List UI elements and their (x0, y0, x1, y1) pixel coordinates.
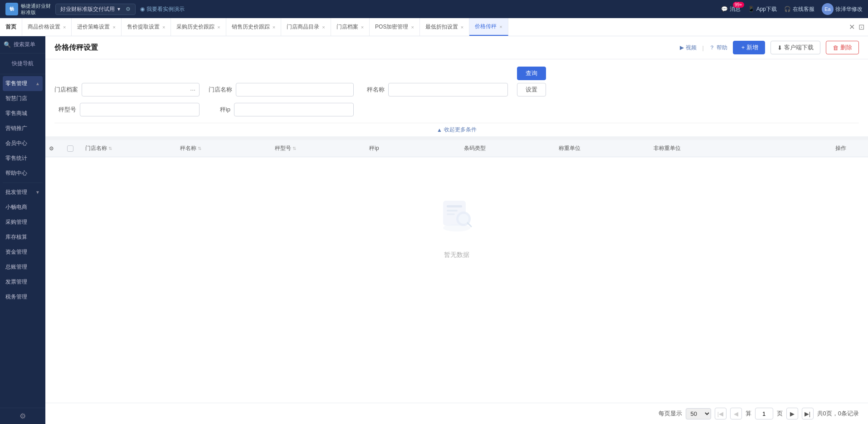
tab-price-scale-close[interactable]: × (499, 24, 502, 29)
sidebar-item-purchase[interactable]: 采购管理 (3, 215, 43, 230)
tab-min-discount-close[interactable]: × (461, 24, 463, 30)
tab-bar: 首页 商品价格设置 × 进价策略设置 × 售价提取设置 × 采购历史价跟踪 × … (0, 18, 868, 36)
tab-store-archive-close[interactable]: × (361, 24, 364, 30)
version-selector[interactable]: 好业财标准版交付试用 ▾ ⚙ (55, 4, 136, 15)
sidebar-item-retail-stats[interactable]: 零售统计 (3, 151, 43, 166)
th-barcode-type-label: 条码类型 (464, 145, 486, 152)
tab-sales-history-close[interactable]: × (273, 24, 275, 30)
sidebar-item-wholesale[interactable]: 批发管理 ▼ (3, 185, 43, 200)
search-icon: 🔍 (4, 41, 11, 48)
sidebar-item-help-label: 帮助中心 (5, 169, 27, 177)
th-store-name[interactable]: 门店名称 ⇅ (82, 140, 176, 157)
sidebar-item-member[interactable]: 会员中心 (3, 136, 43, 151)
logo-icon: 畅 (5, 3, 18, 15)
prev-page-button[interactable]: ◀ (730, 408, 742, 419)
play-icon: ▶ (680, 44, 684, 51)
sidebar-item-finance[interactable]: 资金管理 (3, 245, 43, 260)
tab-home[interactable]: 首页 (0, 18, 22, 36)
tab-purchase-strategy-close[interactable]: × (112, 24, 115, 30)
scale-model-input[interactable] (80, 103, 200, 116)
tab-purchase-history-close[interactable]: × (217, 24, 220, 30)
th-gear[interactable]: ⚙ (45, 141, 63, 156)
ellipsis-icon: ··· (190, 86, 195, 93)
page-number-input[interactable] (755, 408, 773, 419)
messages-badge: 99+ (733, 2, 744, 8)
gear-icon[interactable]: ⚙ (126, 6, 131, 12)
tab-price-scale[interactable]: 价格传秤 × (469, 18, 508, 36)
sort-store-name-icon: ⇅ (108, 146, 112, 151)
divider-1: | (702, 44, 703, 51)
app-download-button[interactable]: 📱 App下载 (748, 5, 777, 13)
setting-button[interactable]: 设置 (517, 83, 546, 96)
search-menu-button[interactable]: 🔍 搜索菜单 (0, 36, 45, 53)
th-scale-name-label: 秤名称 (180, 145, 196, 152)
maximize-tab-icon[interactable]: ⊡ (858, 23, 864, 31)
sort-scale-model-icon: ⇅ (293, 146, 296, 151)
online-service-label: 在线客服 (793, 5, 814, 13)
add-button[interactable]: + 新增 (733, 41, 765, 54)
sidebar-item-ecommerce[interactable]: 小畅电商 (3, 200, 43, 215)
scale-name-input[interactable] (388, 83, 508, 96)
scale-ip-input[interactable] (234, 103, 354, 116)
sidebar-item-inventory[interactable]: 库存核算 (3, 230, 43, 245)
tab-min-discount[interactable]: 最低折扣设置 × (420, 18, 469, 36)
tab-pos-encrypt-close[interactable]: × (411, 24, 414, 30)
tab-purchase-strategy[interactable]: 进价策略设置 × (72, 18, 121, 36)
tab-sale-extract-close[interactable]: × (162, 24, 165, 30)
online-service-button[interactable]: 🎧 在线客服 (784, 5, 814, 13)
last-page-button[interactable]: ▶| (802, 408, 814, 419)
next-page-button[interactable]: ▶ (786, 408, 798, 419)
sidebar-item-invoice[interactable]: 发票管理 (3, 275, 43, 289)
sidebar-item-tax[interactable]: 税务管理 (3, 289, 43, 304)
tab-store-catalog-close[interactable]: × (322, 24, 325, 30)
sort-scale-name-icon: ⇅ (198, 146, 201, 151)
tab-goods-price-close[interactable]: × (63, 24, 66, 30)
tab-store-catalog[interactable]: 门店商品目录 × (281, 18, 331, 36)
sidebar-item-retail[interactable]: 零售管理 ▲ (3, 76, 43, 91)
total-label: 共0页，0条记录 (817, 410, 859, 418)
tab-purchase-history[interactable]: 采购历史价跟踪 × (171, 18, 226, 36)
th-scale-model[interactable]: 秤型号 ⇅ (271, 140, 366, 157)
tab-min-discount-label: 最低折扣设置 (425, 23, 458, 31)
page-size-select[interactable]: 50 10 20 100 (686, 408, 711, 419)
close-tab-icon[interactable]: ✕ (849, 23, 855, 31)
store-name-input[interactable] (236, 83, 354, 96)
th-scale-name[interactable]: 秤名称 ⇅ (176, 140, 271, 157)
chevron-up-collapse-icon: ▲ (437, 127, 442, 133)
tab-store-catalog-label: 门店商品目录 (287, 23, 319, 31)
th-store-name-label: 门店名称 (85, 145, 107, 152)
sidebar-item-smart-store[interactable]: 智慧门店 (3, 91, 43, 106)
messages-button[interactable]: 💬 消息 99+ (721, 5, 741, 13)
tab-sale-extract[interactable]: 售价提取设置 × (122, 18, 171, 36)
download-button[interactable]: ⬇ 客户端下载 (770, 41, 820, 54)
store-archive-label: 门店档案 (54, 86, 78, 94)
first-page-button[interactable]: |◀ (715, 408, 727, 419)
sidebar-item-retail-mall[interactable]: 零售商城 (3, 106, 43, 121)
tab-pos-encrypt[interactable]: POS加密管理 × (370, 18, 420, 36)
sidebar-item-marketing[interactable]: 营销推广 (3, 121, 43, 136)
help-link[interactable]: ？ 帮助 (709, 44, 727, 52)
th-checkbox[interactable] (63, 141, 82, 156)
tab-home-label: 首页 (5, 23, 16, 31)
tab-store-archive[interactable]: 门店档案 × (331, 18, 370, 36)
chevron-down-icon-wholesale: ▼ (35, 190, 40, 195)
demo-link[interactable]: ◉ 我要看实例演示 (140, 5, 185, 13)
user-menu-button[interactable]: Ea 徐泽华修改 (822, 3, 863, 15)
query-button[interactable]: 查询 (517, 67, 546, 80)
sidebar-item-ledger[interactable]: 总账管理 (3, 260, 43, 275)
sidebar-quick-nav[interactable]: 快捷导航 (4, 57, 42, 70)
collapse-label: 收起更多条件 (444, 126, 477, 134)
sidebar-item-wholesale-label: 批发管理 (5, 188, 27, 196)
select-all-checkbox[interactable] (67, 145, 73, 152)
delete-button[interactable]: 🗑 删除 (826, 41, 859, 54)
sidebar-item-ecommerce-label: 小畅电商 (5, 203, 27, 211)
tab-goods-price[interactable]: 商品价格设置 × (22, 18, 72, 36)
settings-icon[interactable]: ⚙ (20, 412, 26, 420)
video-link[interactable]: ▶ 视频 (680, 44, 697, 52)
collapse-button[interactable]: ▲ 收起更多条件 (54, 123, 859, 136)
sidebar-item-help[interactable]: 帮助中心 (3, 166, 43, 181)
setting-label: 设置 (526, 86, 537, 94)
store-archive-select[interactable]: ··· (82, 83, 200, 96)
video-label: 视频 (686, 44, 697, 52)
tab-sales-history[interactable]: 销售历史价跟踪 × (226, 18, 281, 36)
